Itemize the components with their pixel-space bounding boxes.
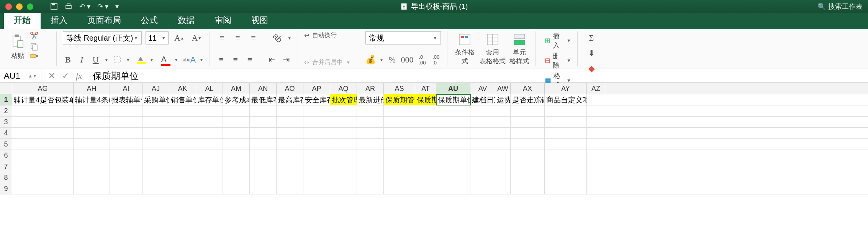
copy-icon[interactable] xyxy=(30,42,39,51)
cell-AL3[interactable] xyxy=(196,117,223,127)
row-header-8[interactable]: 8 xyxy=(0,172,12,183)
print-icon[interactable] xyxy=(65,3,72,10)
decrease-indent-icon[interactable]: ⇤ xyxy=(267,53,277,66)
formula-input[interactable]: 保质期单位 xyxy=(89,70,868,82)
save-icon[interactable] xyxy=(50,3,58,10)
cell-AQ7[interactable] xyxy=(330,161,357,172)
cell-AG7[interactable] xyxy=(12,161,74,172)
cell-AL4[interactable] xyxy=(196,128,223,138)
cell-AO2[interactable] xyxy=(277,105,303,116)
orientation-button[interactable]: ab xyxy=(272,31,283,44)
cell-AJ2[interactable] xyxy=(142,105,169,116)
cell-AY1[interactable]: 商品自定义项 xyxy=(545,94,587,105)
cell-AI2[interactable] xyxy=(110,105,142,116)
cell-AN3[interactable] xyxy=(250,117,277,127)
cell-AT8[interactable] xyxy=(415,172,436,183)
cell-AQ5[interactable] xyxy=(330,139,357,150)
cell-AK4[interactable] xyxy=(169,128,196,138)
cell-AQ8[interactable] xyxy=(330,172,357,183)
column-header-AP[interactable]: AP xyxy=(303,83,330,94)
row-header-9[interactable]: 9 xyxy=(0,183,12,194)
cell-AV8[interactable] xyxy=(470,172,495,183)
decrease-font-icon[interactable]: A▼ xyxy=(190,31,203,44)
cell-AZ1[interactable] xyxy=(587,94,605,105)
column-header-AO[interactable]: AO xyxy=(277,83,303,94)
cell-AK6[interactable] xyxy=(169,150,196,161)
column-header-AM[interactable]: AM xyxy=(223,83,250,94)
workbook-search[interactable]: 🔍 搜索工作表 xyxy=(817,2,863,11)
cell-AP5[interactable] xyxy=(303,139,330,150)
wrap-text-button[interactable]: ↩自动换行 xyxy=(304,31,353,40)
cell-AP6[interactable] xyxy=(303,150,330,161)
cell-AJ5[interactable] xyxy=(142,139,169,150)
cell-AO5[interactable] xyxy=(277,139,303,150)
delete-cells-button[interactable]: ⊟删除▼ xyxy=(545,51,571,70)
cell-styles-button[interactable]: 单元 格样式 xyxy=(509,33,529,66)
cell-AM3[interactable] xyxy=(223,117,250,127)
row-header-7[interactable]: 7 xyxy=(0,161,12,172)
cell-AR8[interactable] xyxy=(357,172,384,183)
phonetic-guide-button[interactable]: abcA xyxy=(183,53,196,66)
cell-AZ4[interactable] xyxy=(587,128,605,138)
cell-AT2[interactable] xyxy=(415,105,436,116)
cell-AI5[interactable] xyxy=(110,139,142,150)
cell-AG9[interactable] xyxy=(12,183,74,194)
paste-button[interactable] xyxy=(9,33,26,50)
cell-AK7[interactable] xyxy=(169,161,196,172)
cell-AO8[interactable] xyxy=(277,172,303,183)
bold-button[interactable]: B xyxy=(63,53,73,66)
cell-AU1[interactable]: 保质期单位 xyxy=(436,94,470,105)
currency-button[interactable]: 💰 xyxy=(365,53,376,66)
conditional-format-button[interactable]: 条件格式 xyxy=(454,33,476,66)
cell-AK3[interactable] xyxy=(169,117,196,127)
cell-AJ1[interactable]: 采购单位 xyxy=(142,94,169,105)
column-header-AW[interactable]: AW xyxy=(495,83,511,94)
cell-AG3[interactable] xyxy=(12,117,74,127)
cell-AH8[interactable] xyxy=(74,172,110,183)
increase-indent-icon[interactable]: ⇥ xyxy=(281,53,292,66)
cell-AO4[interactable] xyxy=(277,128,303,138)
undo-icon[interactable]: ↶ ▾ xyxy=(79,2,90,11)
column-header-AT[interactable]: AT xyxy=(415,83,436,94)
cell-AO9[interactable] xyxy=(277,183,303,194)
column-header-AS[interactable]: AS xyxy=(384,83,415,94)
cell-AJ8[interactable] xyxy=(142,172,169,183)
cell-AL1[interactable]: 库存单位 xyxy=(196,94,223,105)
cell-AU7[interactable] xyxy=(436,161,470,172)
cell-AZ6[interactable] xyxy=(587,150,605,161)
select-all-corner[interactable] xyxy=(0,83,12,94)
fill-button[interactable]: ⬇ xyxy=(584,47,599,60)
cell-AK1[interactable]: 销售单位 xyxy=(169,94,196,105)
column-header-AZ[interactable]: AZ xyxy=(587,83,605,94)
cell-AO1[interactable]: 最高库存 xyxy=(277,94,303,105)
zoom-window-button[interactable] xyxy=(27,3,33,10)
close-window-button[interactable] xyxy=(5,3,12,10)
row-header-3[interactable]: 3 xyxy=(0,117,12,127)
cell-AI6[interactable] xyxy=(110,150,142,161)
cell-AH7[interactable] xyxy=(74,161,110,172)
cell-AZ7[interactable] xyxy=(587,161,605,172)
cell-AG1[interactable]: 辅计量4是否包装单位 xyxy=(12,94,74,105)
cell-AG5[interactable] xyxy=(12,139,74,150)
cell-AH2[interactable] xyxy=(74,105,110,116)
cell-AJ6[interactable] xyxy=(142,150,169,161)
cell-AY3[interactable] xyxy=(545,117,587,127)
cell-AW5[interactable] xyxy=(495,139,511,150)
column-header-AG[interactable]: AG xyxy=(12,83,74,94)
row-header-1[interactable]: 1 xyxy=(0,94,12,105)
comma-style-button[interactable]: 000 xyxy=(401,53,414,66)
cell-AZ3[interactable] xyxy=(587,117,605,127)
font-name-select[interactable]: 等线 Regular (正文)▼ xyxy=(63,31,142,44)
cell-AZ5[interactable] xyxy=(587,139,605,150)
column-header-AX[interactable]: AX xyxy=(511,83,545,94)
cell-AT9[interactable] xyxy=(415,183,436,194)
column-header-AL[interactable]: AL xyxy=(196,83,223,94)
cell-AP1[interactable]: 安全库存 xyxy=(303,94,330,105)
cell-AM4[interactable] xyxy=(223,128,250,138)
cell-AS6[interactable] xyxy=(384,150,415,161)
tab-view[interactable]: 视图 xyxy=(241,12,278,29)
qat-customize-icon[interactable]: ▾ xyxy=(115,2,119,11)
cell-AW6[interactable] xyxy=(495,150,511,161)
cell-AK9[interactable] xyxy=(169,183,196,194)
insert-cells-button[interactable]: ⊞插入▼ xyxy=(545,31,571,50)
